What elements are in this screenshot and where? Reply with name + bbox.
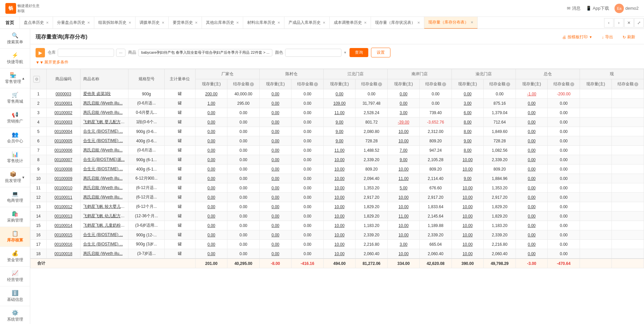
- cell-nanan-qty[interactable]: 10.00: [387, 193, 420, 202]
- cell-yubei-qty[interactable]: 0.00: [451, 89, 484, 99]
- sidebar-item-wholesale[interactable]: 📦 批发管理 ▼: [0, 168, 30, 187]
- cell-yubei-qty[interactable]: 10.00: [451, 202, 484, 212]
- cell-code[interactable]: 00100003: [46, 118, 80, 127]
- cell-chen-qty[interactable]: 0.00: [259, 249, 291, 259]
- cell-name[interactable]: 合生元 (BIOSTIME) ...: [80, 136, 128, 146]
- sidebar-item-retail-mgmt[interactable]: 🏪 零售管理 ▲: [0, 68, 30, 88]
- cell-jiangbei-qty[interactable]: 109.00: [323, 99, 356, 108]
- cell-total-qty[interactable]: 0.00: [516, 165, 548, 174]
- nav-prev-icon[interactable]: ‹: [604, 18, 613, 28]
- cell-nanan-qty[interactable]: 3.00: [387, 108, 420, 118]
- refresh-button[interactable]: ↻ 刷新: [619, 33, 639, 41]
- cell-factory-qty[interactable]: 1.00: [195, 99, 227, 108]
- cell-name[interactable]: 合生元 (BIOSTIME) ...: [80, 240, 128, 249]
- cell-yubei-qty[interactable]: 10.00: [451, 240, 484, 249]
- cell-code[interactable]: 00100011: [46, 193, 80, 202]
- cell-total-qty[interactable]: 0.00: [516, 118, 548, 127]
- cell-jiangbei-qty[interactable]: 10.00: [323, 221, 356, 230]
- cell-name[interactable]: 惠氏启能 (Wyeth illu...: [80, 146, 128, 155]
- cell-yubei-qty[interactable]: 10.00: [451, 230, 484, 240]
- cell-chen-qty[interactable]: 0.00: [259, 127, 291, 136]
- cell-nanan-qty[interactable]: 0.00: [387, 99, 420, 108]
- goods-input[interactable]: [138, 49, 272, 56]
- cell-nanan-qty[interactable]: 5.00: [387, 183, 420, 193]
- cell-code[interactable]: 00100008: [46, 165, 80, 174]
- cell-nanan-qty[interactable]: 10.00: [387, 230, 420, 240]
- cell-jiangbei-qty[interactable]: 10.00: [323, 155, 356, 165]
- cell-factory-qty[interactable]: 0.00: [195, 127, 227, 136]
- cell-code[interactable]: 00100002: [46, 108, 80, 118]
- close-tab-2-icon[interactable]: ✕: [128, 21, 131, 25]
- user-area[interactable]: Ea demo2: [614, 4, 639, 13]
- cell-total-qty[interactable]: 0.00: [516, 240, 548, 249]
- cell-yubei-qty[interactable]: 10.00: [451, 249, 484, 259]
- sidebar-item-ecommerce[interactable]: 💻 电商管理: [0, 187, 30, 207]
- cell-factory-qty[interactable]: 0.00: [195, 183, 227, 193]
- sidebar-item-retail-stats[interactable]: 📊 零售统计: [0, 148, 30, 168]
- cell-code[interactable]: 00100006: [46, 146, 80, 155]
- cell-factory-qty[interactable]: 0.00: [195, 146, 227, 155]
- cell-factory-qty[interactable]: 0.00: [195, 230, 227, 240]
- tab-7[interactable]: 产成品入库单历史 ✕: [284, 17, 330, 29]
- nav-close-icon[interactable]: ✕: [624, 18, 634, 28]
- cell-jiangbei-qty[interactable]: 10.00: [323, 174, 356, 183]
- cell-code[interactable]: 00100010: [46, 183, 80, 193]
- cell-total-qty[interactable]: 0.00: [516, 127, 548, 136]
- cell-yubei-qty[interactable]: 9.00: [451, 136, 484, 146]
- cell-yubei-qty[interactable]: 9.00: [451, 174, 484, 183]
- cell-name[interactable]: 惠氏启能 (Wyeth illu...: [80, 193, 128, 202]
- cell-code[interactable]: 00100013: [46, 212, 80, 221]
- close-tab-7-icon[interactable]: ✕: [323, 21, 325, 25]
- cell-yubei-qty[interactable]: 3.00: [451, 99, 484, 108]
- sidebar-item-search[interactable]: 🔍 搜索英单: [0, 29, 30, 49]
- cell-yubei-qty[interactable]: 10.00: [451, 221, 484, 230]
- cell-yubei-qty[interactable]: 10.00: [451, 193, 484, 202]
- sidebar-item-base-info[interactable]: ℹ️ 基础信息: [0, 286, 30, 306]
- cell-factory-qty[interactable]: 0.00: [195, 136, 227, 146]
- cell-yubei-qty[interactable]: 10.00: [451, 183, 484, 193]
- cell-nanan-qty[interactable]: 0.00: [387, 89, 420, 99]
- close-tab-10-icon[interactable]: ✕: [471, 20, 473, 24]
- cell-name[interactable]: 合生元 (BIOSTIME) ...: [80, 230, 128, 240]
- cell-jiangbei-qty[interactable]: 10.00: [323, 193, 356, 202]
- cell-jiangbei-qty[interactable]: 11.00: [323, 108, 356, 118]
- cell-chen-qty[interactable]: 0.00: [259, 212, 291, 221]
- cell-name[interactable]: 惠氏启能 (Wyeth illu...: [80, 99, 128, 108]
- cell-nanan-qty[interactable]: 3.00: [387, 240, 420, 249]
- tab-9[interactable]: 现存量（库存状况表） ✕: [371, 17, 424, 29]
- cell-jiangbei-qty[interactable]: 10.00: [323, 212, 356, 221]
- col-settings-icon[interactable]: ⚙: [33, 76, 40, 83]
- cell-chen-qty[interactable]: 0.00: [259, 230, 291, 240]
- jiangbei-amt-info-icon[interactable]: i: [378, 82, 382, 86]
- cell-nanan-qty[interactable]: 11.00: [387, 174, 420, 183]
- table-container[interactable]: ⚙ 商品编码 商品名称 规格型号 主计量单位 厂家仓 陈村仓 江北门店 南岸门店…: [30, 69, 644, 324]
- cell-code[interactable]: 00100005: [46, 136, 80, 146]
- cell-name[interactable]: 惠氏启能 (Wyeth illu...: [80, 174, 128, 183]
- filter-collapse-button[interactable]: ▶: [36, 48, 45, 57]
- close-tab-5-icon[interactable]: ✕: [236, 21, 239, 25]
- cell-factory-qty[interactable]: 0.00: [195, 118, 227, 127]
- print-button[interactable]: 🖨 按模板打印 ▼: [559, 33, 596, 41]
- close-tab-0-icon[interactable]: ✕: [46, 21, 49, 25]
- cell-code[interactable]: 00100004: [46, 127, 80, 136]
- cell-name[interactable]: 飞鹤星飞帆 较大婴儿配...: [80, 202, 128, 212]
- cell-name[interactable]: 惠氏启能 (Wyeth illu...: [80, 183, 128, 193]
- cell-chen-qty[interactable]: 0.00: [259, 202, 291, 212]
- cell-code[interactable]: 00100009: [46, 174, 80, 183]
- cell-chen-qty[interactable]: 0.00: [259, 183, 291, 193]
- cell-chen-qty[interactable]: 0.00: [259, 89, 291, 99]
- cell-yubei-qty[interactable]: 6.00: [451, 108, 484, 118]
- tab-1[interactable]: 分量盘点单历史 ✕: [53, 17, 94, 29]
- tab-10[interactable]: 现存量（库存分布表） ✕: [424, 17, 478, 29]
- cell-chen-qty[interactable]: 0.00: [259, 118, 291, 127]
- cell-jiangbei-qty[interactable]: 10.00: [323, 165, 356, 174]
- settings-btn[interactable]: 设置: [371, 48, 390, 57]
- tab-4[interactable]: 要货单历史 ✕: [169, 17, 202, 29]
- cell-total-qty[interactable]: -1.00: [516, 89, 548, 99]
- cell-code[interactable]: 00100015: [46, 230, 80, 240]
- tab-3[interactable]: 调拨单历史 ✕: [136, 17, 169, 29]
- cell-code[interactable]: 00100018: [46, 249, 80, 259]
- cell-total-qty[interactable]: 0.00: [516, 212, 548, 221]
- tab-6[interactable]: 材料出库单历史 ✕: [243, 17, 284, 29]
- sidebar-item-retail-mall[interactable]: 🛒 零售商城: [0, 88, 30, 108]
